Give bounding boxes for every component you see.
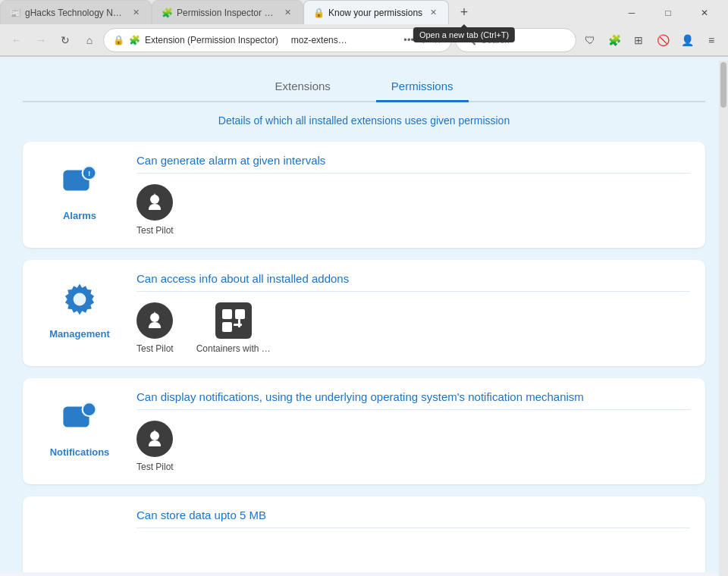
- tab-label-know: Know your permissions: [328, 8, 422, 18]
- svg-rect-8: [235, 309, 245, 319]
- testpilot-icon-1: [136, 184, 173, 221]
- perm-extensions-alarms: Test Pilot: [136, 181, 690, 236]
- notifications-label: Notifications: [50, 446, 110, 458]
- extension-icon: 🧩: [129, 35, 140, 45]
- page-subtitle: Details of which all installed extension…: [23, 114, 705, 127]
- scrollbar-thumb[interactable]: [720, 62, 726, 108]
- ext-item-testpilot-1: Test Pilot: [136, 184, 174, 236]
- tab-close-know[interactable]: ✕: [427, 7, 439, 19]
- perm-title-notifications: Can display notifications, using the und…: [136, 390, 690, 410]
- tab-know[interactable]: 🔒 Know your permissions ✕: [303, 0, 449, 24]
- ext-item-testpilot-3: Test Pilot: [136, 421, 174, 472]
- alarms-icon: !: [57, 158, 102, 204]
- alarms-label: Alarms: [63, 210, 96, 221]
- svg-point-14: [83, 404, 94, 415]
- address-icons: ••• 🛡 ☆: [403, 34, 442, 45]
- perm-details-alarms: Can generate alarm at given intervals Te…: [136, 154, 690, 236]
- containers-icon: [215, 302, 252, 339]
- tab-ghacks[interactable]: 📰 gHacks Technology News ✕: [0, 0, 152, 24]
- tab-favicon-inspector: 🧩: [162, 8, 172, 18]
- svg-rect-11: [234, 324, 242, 326]
- close-button[interactable]: ✕: [687, 2, 722, 24]
- ext-label-testpilot-2: Test Pilot: [136, 343, 174, 354]
- perm-extensions-notifications: Test Pilot: [136, 418, 690, 472]
- more-button[interactable]: •••: [403, 34, 414, 45]
- minimize-button[interactable]: ─: [614, 2, 649, 24]
- browser-chrome: 📰 gHacks Technology News ✕ 🧩 Permission …: [0, 0, 728, 57]
- lock-icon: 🔒: [113, 35, 124, 45]
- new-tab-button[interactable]: + Open a new tab (Ctrl+T): [452, 0, 476, 24]
- bookmark-icon[interactable]: ☆: [433, 34, 442, 45]
- tab-label-inspector: Permission Inspector – Get this: [177, 8, 277, 18]
- search-icon: 🔍: [465, 35, 476, 45]
- storage-icon: [57, 513, 102, 559]
- toolbar-grid-icon[interactable]: ⊞: [628, 30, 649, 51]
- notifications-icon: [57, 395, 102, 440]
- ext-label-testpilot-3: Test Pilot: [136, 462, 174, 472]
- perm-extensions-management: Test Pilot Containers with …: [136, 299, 690, 354]
- forward-button[interactable]: →: [30, 30, 52, 51]
- toolbar-puzzle-icon[interactable]: 🧩: [604, 30, 625, 51]
- perm-icon-area-management: Management: [38, 272, 121, 340]
- tab-label-ghacks: gHacks Technology News: [25, 8, 125, 18]
- tab-favicon-know: 🔒: [313, 8, 324, 18]
- permission-card-alarms: ! Alarms Can generate alarm at given int…: [23, 142, 705, 248]
- toolbar-icons: 🛡 🧩 ⊞ 🚫 👤 ≡: [579, 30, 722, 51]
- management-icon: [57, 277, 102, 322]
- search-placeholder: Search: [481, 35, 510, 45]
- testpilot-icon-2: [136, 302, 173, 339]
- perm-details-notifications: Can display notifications, using the und…: [136, 390, 690, 472]
- permission-card-storage: Can store data upto 5 MB: [23, 496, 705, 572]
- perm-title-alarms: Can generate alarm at given intervals: [136, 154, 690, 174]
- svg-rect-7: [222, 309, 232, 319]
- address-text: Extension (Permission Inspector) moz-ext…: [145, 35, 399, 45]
- home-button[interactable]: ⌂: [79, 30, 100, 51]
- perm-title-storage: Can store data upto 5 MB: [136, 509, 690, 528]
- toolbar-menu-icon[interactable]: ≡: [701, 30, 722, 51]
- svg-rect-10: [238, 319, 240, 327]
- svg-point-5: [74, 293, 86, 306]
- ext-item-testpilot-2: Test Pilot: [136, 302, 174, 354]
- maximize-button[interactable]: □: [651, 2, 686, 24]
- nav-bar: ← → ↻ ⌂ 🔒 🧩 Extension (Permission Inspec…: [0, 24, 728, 56]
- perm-title-management: Can access info about all installed addo…: [136, 272, 690, 292]
- tab-inspector[interactable]: 🧩 Permission Inspector – Get this ✕: [152, 0, 303, 24]
- tab-bar: 📰 gHacks Technology News ✕ 🧩 Permission …: [0, 0, 728, 24]
- management-label: Management: [49, 328, 109, 340]
- perm-icon-area-notifications: Notifications: [38, 390, 121, 458]
- ext-label-testpilot-1: Test Pilot: [136, 225, 174, 236]
- toolbar-block-icon[interactable]: 🚫: [652, 30, 673, 51]
- ext-label-containers: Containers with …: [196, 343, 271, 354]
- tab-favicon-ghacks: 📰: [10, 8, 20, 18]
- tab-extensions[interactable]: Extensions: [259, 72, 345, 102]
- tabs-left: 📰 gHacks Technology News ✕ 🧩 Permission …: [0, 0, 476, 24]
- toolbar-account-icon[interactable]: 👤: [676, 30, 698, 51]
- testpilot-icon-3: [136, 421, 173, 457]
- address-bar[interactable]: 🔒 🧩 Extension (Permission Inspector) moz…: [103, 28, 452, 52]
- ext-item-containers: Containers with …: [196, 302, 271, 354]
- back-button[interactable]: ←: [6, 30, 27, 51]
- svg-rect-9: [222, 322, 232, 332]
- permission-card-notifications: Notifications Can display notifications,…: [23, 378, 705, 484]
- perm-icon-area-storage: [38, 509, 121, 565]
- tab-close-inspector[interactable]: ✕: [281, 7, 293, 19]
- permission-card-management: Management Can access info about all ins…: [23, 260, 705, 366]
- tab-permissions[interactable]: Permissions: [376, 72, 469, 102]
- shield-icon[interactable]: 🛡: [419, 34, 428, 45]
- perm-details-management: Can access info about all installed addo…: [136, 272, 690, 354]
- page-tabs: Extensions Permissions: [23, 72, 705, 102]
- svg-text:!: !: [88, 169, 90, 177]
- search-bar[interactable]: 🔍 Search: [455, 28, 576, 52]
- refresh-button[interactable]: ↻: [55, 30, 76, 51]
- perm-icon-area-alarms: ! Alarms: [38, 154, 121, 221]
- scrollbar[interactable]: [719, 61, 728, 576]
- tab-close-ghacks[interactable]: ✕: [130, 7, 142, 19]
- page-content: Extensions Permissions Details of which …: [0, 57, 728, 572]
- perm-details-storage: Can store data upto 5 MB: [136, 509, 690, 536]
- toolbar-shield-icon[interactable]: 🛡: [579, 30, 601, 51]
- window-controls: ─ □ ✕: [608, 2, 728, 24]
